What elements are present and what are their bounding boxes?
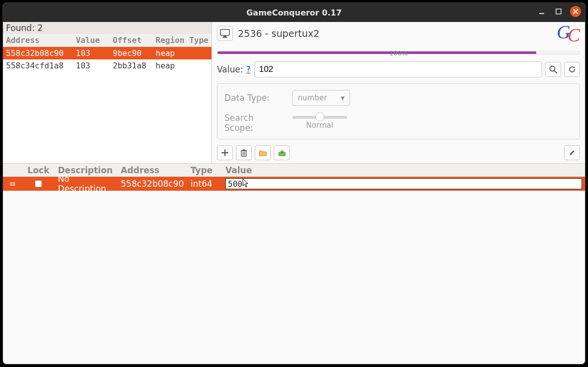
- save-icon: [278, 149, 286, 156]
- svg-rect-0: [539, 13, 544, 14]
- monitor-icon: [220, 29, 230, 38]
- trash-icon: [240, 149, 247, 157]
- results-pane: Found: 2 Address Value Offset Region Typ…: [3, 22, 212, 163]
- pencil-icon: [569, 149, 576, 156]
- lock-checkbox[interactable]: [35, 180, 42, 187]
- window-title: GameConqueror 0.17: [246, 8, 342, 17]
- svg-rect-2: [220, 29, 229, 35]
- datatype-label: Data Type:: [224, 93, 279, 103]
- controls-pane: GC 2536 - supertux2 100% Value: ?: [212, 22, 585, 163]
- scope-value: Normal: [306, 121, 333, 130]
- svg-rect-3: [223, 36, 226, 37]
- search-options-panel: Data Type: number ▼ Search Scope: Normal: [217, 83, 580, 139]
- value-label: Value:: [217, 64, 243, 74]
- col-type[interactable]: Type: [188, 164, 222, 176]
- cheat-toolbar: [217, 145, 580, 160]
- cheat-type[interactable]: int64: [188, 178, 222, 190]
- cheat-desc[interactable]: No Description: [55, 173, 118, 195]
- svg-rect-4: [222, 37, 227, 38]
- refresh-icon: [568, 65, 576, 73]
- col-region[interactable]: Region Type: [153, 34, 211, 46]
- progress-percent: 100%: [389, 49, 407, 57]
- datatype-select[interactable]: number ▼: [292, 90, 350, 106]
- col-addr[interactable]: Address: [118, 164, 188, 176]
- titlebar: GameConqueror 0.17: [3, 3, 585, 22]
- col-address[interactable]: Address: [3, 34, 73, 46]
- col-value[interactable]: Value: [73, 34, 110, 46]
- minimize-button[interactable]: [536, 6, 547, 17]
- svg-rect-8: [241, 150, 247, 151]
- value-help-link[interactable]: ?: [246, 64, 250, 74]
- edit-button[interactable]: [564, 145, 580, 160]
- cheat-value-input[interactable]: [225, 178, 582, 189]
- close-button[interactable]: [570, 6, 581, 17]
- svg-line-6: [555, 71, 557, 73]
- search-icon: [549, 65, 557, 73]
- app-window: GameConqueror 0.17 Found: 2 Address Valu…: [2, 2, 586, 365]
- svg-rect-9: [243, 149, 245, 150]
- scope-slider[interactable]: [292, 116, 347, 119]
- results-row[interactable]: 558c32b08c90 103 9bec90 heap: [3, 47, 211, 59]
- plus-icon: [221, 149, 228, 156]
- progress-bar: 100%: [217, 51, 580, 54]
- svg-rect-1: [556, 9, 561, 14]
- col-offset[interactable]: Offset: [110, 34, 153, 46]
- col-lock[interactable]: Lock: [22, 164, 55, 176]
- col-value[interactable]: Value: [222, 164, 585, 176]
- cheat-addr[interactable]: 558c32b08c90: [118, 178, 188, 190]
- delete-button[interactable]: [236, 145, 252, 160]
- search-button[interactable]: [545, 62, 561, 77]
- value-input[interactable]: [254, 61, 542, 77]
- scope-label: Search Scope:: [224, 113, 279, 133]
- chevron-down-icon: ▼: [341, 95, 345, 101]
- add-button[interactable]: [217, 145, 233, 160]
- app-logo: GC: [557, 25, 580, 39]
- save-button[interactable]: [274, 145, 290, 160]
- open-button[interactable]: [255, 145, 271, 160]
- results-header[interactable]: Address Value Offset Region Type: [3, 34, 211, 47]
- folder-open-icon: [259, 149, 267, 156]
- found-count: Found: 2: [3, 22, 211, 34]
- select-process-button[interactable]: [217, 26, 233, 41]
- results-row[interactable]: 558c34cfd1a8 103 2bb31a8 heap: [3, 59, 211, 72]
- maximize-button[interactable]: [553, 6, 564, 17]
- reset-button[interactable]: [564, 62, 580, 77]
- process-label: 2536 - supertux2: [238, 28, 320, 39]
- cheat-table: Lock Description Address Type Value = No…: [3, 164, 585, 191]
- cheat-row[interactable]: = No Description 558c32b08c90 int64: [3, 177, 585, 191]
